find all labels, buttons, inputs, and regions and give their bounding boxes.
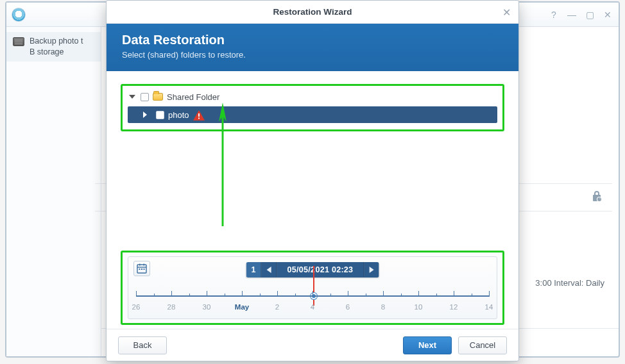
calendar-button[interactable] bbox=[133, 261, 150, 276]
app-icon bbox=[12, 8, 26, 22]
dialog-subheading: Select (shared) folders to restore. bbox=[122, 50, 503, 60]
axis-label: 8 bbox=[381, 303, 385, 311]
svg-rect-6 bbox=[139, 264, 141, 266]
root-checkbox[interactable] bbox=[141, 93, 149, 101]
axis-label: 26 bbox=[132, 303, 141, 311]
chevron-down-icon[interactable] bbox=[129, 95, 135, 99]
folder-tree-panel: Shared Folder photo bbox=[121, 84, 504, 131]
dialog-close-icon[interactable]: ✕ bbox=[501, 6, 512, 18]
axis-label: 6 bbox=[346, 303, 350, 311]
axis-label: 10 bbox=[415, 303, 423, 311]
dialog-footer: Back Next Cancel bbox=[107, 329, 518, 361]
photo-checkbox[interactable] bbox=[156, 111, 164, 119]
warning-icon bbox=[193, 110, 203, 119]
axis-label: 12 bbox=[450, 303, 458, 311]
svg-rect-7 bbox=[143, 264, 144, 266]
svg-rect-2 bbox=[198, 118, 200, 119]
dialog-body: Shared Folder photo 1 bbox=[107, 71, 518, 329]
chevron-left-icon bbox=[267, 267, 271, 273]
snapshot-count: 1 bbox=[246, 262, 262, 277]
lock-icon bbox=[592, 190, 602, 205]
next-button[interactable]: Next bbox=[403, 336, 452, 354]
dialog-heading: Data Restoration bbox=[122, 33, 503, 47]
chevron-right-icon[interactable] bbox=[143, 112, 150, 118]
tree-item-label: photo bbox=[168, 110, 189, 120]
chevron-right-icon bbox=[369, 267, 373, 273]
bg-sidebar: Backup photo t B storage bbox=[6, 27, 101, 356]
annotation-arrow bbox=[213, 107, 232, 226]
tree-root-row[interactable]: Shared Folder bbox=[128, 90, 497, 104]
backup-task-label: Backup photo t B storage bbox=[30, 36, 83, 58]
axis-label: 30 bbox=[203, 303, 211, 311]
dialog-titlebar[interactable]: Restoration Wizard ✕ bbox=[107, 1, 518, 24]
svg-rect-8 bbox=[139, 269, 141, 270]
tree-root-label: Shared Folder bbox=[167, 92, 219, 102]
dialog-title: Restoration Wizard bbox=[273, 7, 352, 17]
snapshot-selector: 1 05/05/2021 02:23 bbox=[246, 262, 379, 277]
server-icon bbox=[13, 37, 24, 46]
backup-task-item[interactable]: Backup photo t B storage bbox=[6, 32, 101, 62]
axis-label: 14 bbox=[485, 303, 493, 311]
folder-icon bbox=[153, 93, 163, 101]
minimize-icon[interactable]: — bbox=[566, 9, 578, 21]
close-icon[interactable]: ✕ bbox=[602, 9, 613, 21]
restoration-wizard-dialog: Restoration Wizard ✕ Data Restoration Se… bbox=[106, 0, 519, 361]
axis-label: 28 bbox=[167, 303, 176, 311]
prev-snapshot-button[interactable] bbox=[262, 262, 277, 277]
svg-rect-1 bbox=[198, 113, 200, 117]
help-icon[interactable]: ? bbox=[548, 9, 560, 21]
timeline-panel: 1 05/05/2021 02:23 262830May2468101214 bbox=[121, 251, 504, 325]
timeline-axis[interactable]: 262830May2468101214 bbox=[136, 289, 489, 302]
svg-rect-9 bbox=[141, 269, 142, 270]
dialog-header: Data Restoration Select (shared) folders… bbox=[107, 24, 518, 71]
bg-schedule-text: 3:00 Interval: Daily bbox=[535, 278, 604, 288]
next-snapshot-button[interactable] bbox=[364, 262, 379, 277]
maximize-icon[interactable]: ▢ bbox=[584, 9, 595, 21]
back-button[interactable]: Back bbox=[118, 336, 167, 354]
snapshot-datetime: 05/05/2021 02:23 bbox=[277, 262, 364, 277]
axis-label: 2 bbox=[275, 303, 279, 311]
axis-label: 4 bbox=[311, 303, 314, 311]
cancel-button[interactable]: Cancel bbox=[458, 336, 507, 354]
tree-item-photo[interactable]: photo bbox=[128, 106, 497, 123]
axis-label: May bbox=[235, 303, 249, 311]
svg-rect-10 bbox=[144, 269, 145, 270]
